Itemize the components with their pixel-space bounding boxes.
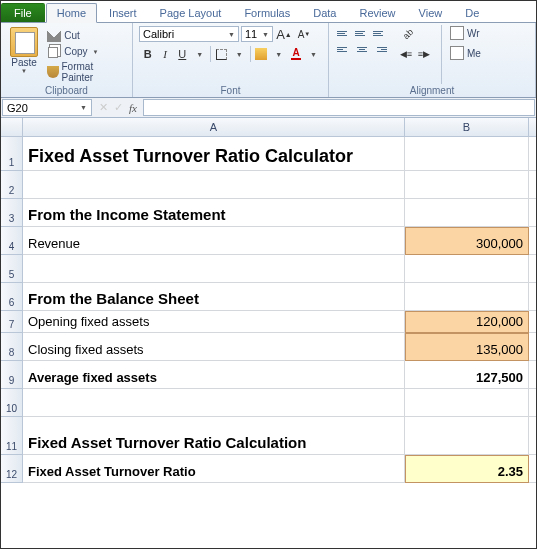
cell[interactable]: Average fixed assets (23, 361, 405, 389)
row-header[interactable]: 4 (1, 227, 23, 255)
cell[interactable]: Closing fixed assets (23, 333, 405, 361)
tab-file[interactable]: File (1, 3, 45, 22)
name-box[interactable]: G20▼ (2, 99, 92, 116)
copy-button[interactable]: Copy▼ (45, 44, 126, 59)
tab-truncated[interactable]: De (454, 3, 490, 22)
font-color-button[interactable]: A (287, 45, 304, 63)
row-header[interactable]: 10 (1, 389, 23, 417)
cell[interactable]: 120,000 (405, 311, 529, 333)
orientation-button[interactable]: ab (397, 25, 419, 43)
formula-input[interactable] (143, 99, 535, 116)
cancel-icon[interactable]: ✕ (99, 101, 108, 114)
align-bottom-button[interactable] (371, 25, 389, 41)
cell[interactable] (405, 417, 529, 455)
font-color-icon: A (291, 48, 300, 60)
cell[interactable]: From the Balance Sheet (23, 283, 405, 311)
cell[interactable]: Opening fixed assets (23, 311, 405, 333)
row-header[interactable]: 9 (1, 361, 23, 389)
row-header[interactable]: 6 (1, 283, 23, 311)
cell[interactable] (529, 199, 537, 227)
align-middle-button[interactable] (353, 25, 371, 41)
underline-dropdown[interactable]: ▼ (191, 45, 208, 63)
enter-icon[interactable]: ✓ (114, 101, 123, 114)
cell[interactable]: Fixed Asset Turnover Ratio Calculation (23, 417, 405, 455)
border-dropdown[interactable]: ▼ (231, 45, 248, 63)
tab-formulas[interactable]: Formulas (233, 3, 301, 22)
col-header-c[interactable] (529, 118, 537, 137)
cell[interactable] (529, 255, 537, 283)
wrap-text-button[interactable]: Wr (448, 25, 483, 41)
cell[interactable] (405, 199, 529, 227)
select-all-corner[interactable] (1, 118, 23, 137)
row-header[interactable]: 7 (1, 311, 23, 333)
cell[interactable]: From the Income Statement (23, 199, 405, 227)
group-clipboard: Paste ▼ Cut Copy▼ Format Painter Clipboa… (1, 23, 133, 97)
cell[interactable] (529, 283, 537, 311)
align-left-button[interactable] (335, 41, 353, 57)
tab-home[interactable]: Home (46, 3, 97, 23)
cell[interactable]: Fixed Asset Turnover Ratio Calculator (23, 137, 405, 171)
cell[interactable] (529, 389, 537, 417)
paste-button[interactable]: Paste ▼ (7, 25, 41, 84)
cell[interactable] (405, 389, 529, 417)
cut-button[interactable]: Cut (45, 27, 126, 43)
align-top-button[interactable] (335, 25, 353, 41)
cell[interactable] (405, 137, 529, 171)
cell[interactable] (529, 361, 537, 389)
increase-indent-button[interactable]: ≡▶ (415, 45, 433, 63)
row-header[interactable]: 5 (1, 255, 23, 283)
row-header[interactable]: 11 (1, 417, 23, 455)
underline-button[interactable]: U (174, 45, 191, 63)
tab-data[interactable]: Data (302, 3, 347, 22)
tab-view[interactable]: View (408, 3, 454, 22)
cell[interactable] (23, 171, 405, 199)
cell[interactable] (405, 171, 529, 199)
col-header-b[interactable]: B (405, 118, 529, 137)
wrap-label: Wr (467, 28, 480, 39)
font-size-combo[interactable]: 11▼ (241, 26, 273, 42)
cell[interactable] (405, 283, 529, 311)
cell[interactable] (529, 171, 537, 199)
cell[interactable] (529, 333, 537, 361)
font-name-combo[interactable]: Calibri▼ (139, 26, 239, 42)
cell[interactable] (405, 255, 529, 283)
cell[interactable]: 135,000 (405, 333, 529, 361)
cell[interactable]: 2.35 (405, 455, 529, 483)
row-header[interactable]: 2 (1, 171, 23, 199)
cell[interactable] (529, 417, 537, 455)
ribbon-tabs: File Home Insert Page Layout Formulas Da… (1, 1, 536, 23)
grow-font-button[interactable]: A▲ (275, 25, 293, 43)
merge-button[interactable]: Me (448, 45, 483, 61)
align-center-button[interactable] (353, 41, 371, 57)
italic-button[interactable]: I (156, 45, 173, 63)
cell[interactable] (529, 227, 537, 255)
col-header-a[interactable]: A (23, 118, 405, 137)
row-header[interactable]: 1 (1, 137, 23, 171)
shrink-font-button[interactable]: A▼ (295, 25, 313, 43)
cell[interactable] (529, 311, 537, 333)
worksheet-grid[interactable]: A B 1 Fixed Asset Turnover Ratio Calcula… (1, 118, 536, 483)
cell[interactable]: Revenue (23, 227, 405, 255)
format-painter-button[interactable]: Format Painter (45, 60, 126, 84)
decrease-indent-button[interactable]: ◀≡ (397, 45, 415, 63)
cell[interactable]: 127,500 (405, 361, 529, 389)
fx-icon[interactable]: fx (129, 102, 137, 114)
font-color-dropdown[interactable]: ▼ (305, 45, 322, 63)
cell[interactable] (23, 389, 405, 417)
fill-color-button[interactable] (253, 45, 270, 63)
fill-dropdown[interactable]: ▼ (270, 45, 287, 63)
row-header[interactable]: 12 (1, 455, 23, 483)
cell[interactable] (529, 137, 537, 171)
tab-review[interactable]: Review (348, 3, 406, 22)
cell[interactable]: Fixed Asset Turnover Ratio (23, 455, 405, 483)
tab-page-layout[interactable]: Page Layout (149, 3, 233, 22)
align-right-button[interactable] (371, 41, 389, 57)
bold-button[interactable]: B (139, 45, 156, 63)
border-button[interactable] (213, 45, 230, 63)
tab-insert[interactable]: Insert (98, 3, 148, 22)
row-header[interactable]: 8 (1, 333, 23, 361)
cell[interactable] (23, 255, 405, 283)
cell[interactable]: 300,000 (405, 227, 529, 255)
cell[interactable] (529, 455, 537, 483)
row-header[interactable]: 3 (1, 199, 23, 227)
